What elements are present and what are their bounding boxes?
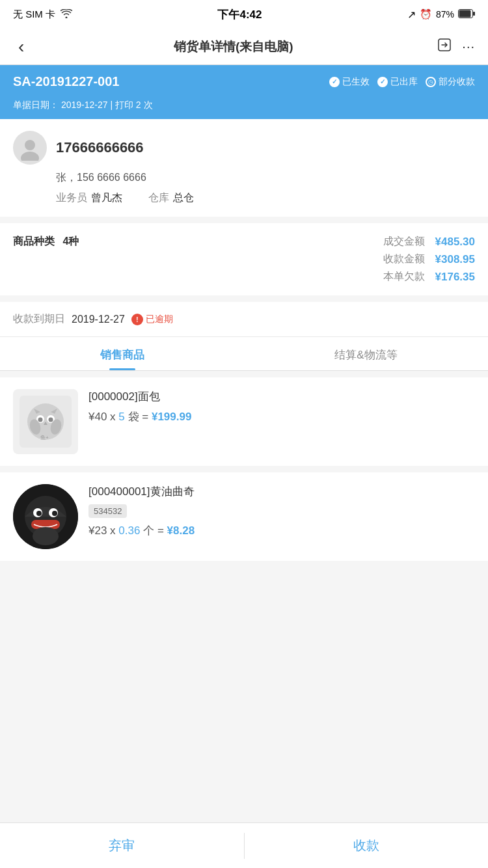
tab-products[interactable]: 销售商品 <box>0 337 244 370</box>
nav-actions: ··· <box>437 38 475 55</box>
bread-image-placeholder: 鱼+ <box>20 396 72 448</box>
customer-meta: 业务员 曾凡杰 仓库 总仓 <box>13 191 475 205</box>
deal-amount-row: 成交金额 ¥485.30 <box>383 235 475 249</box>
bottom-bar: 弃审 收款 <box>0 822 488 868</box>
cancel-button[interactable]: 弃审 <box>0 826 244 865</box>
share-button[interactable] <box>437 38 452 55</box>
product-sku-badge: 534532 <box>88 504 127 518</box>
due-label: 收款到期日 <box>13 312 65 326</box>
received-amount-row: 收款金额 ¥308.95 <box>383 252 475 266</box>
product-name-1: [0000002]面包 <box>88 389 475 404</box>
status-badge-partial: ◷ 部分收款 <box>426 76 475 88</box>
header-banner: SA-20191227-001 已生效 已出库 ◷ 部分收款 单据日期： 201… <box>0 65 488 119</box>
tabs-section: 销售商品 结算&物流等 <box>0 337 488 371</box>
product-type-count: 商品种类 4种 <box>13 235 79 249</box>
svg-rect-1 <box>459 10 470 17</box>
stats-section: 商品种类 4种 成交金额 ¥485.30 收款金额 ¥308.95 本单欠款 ¥… <box>0 223 488 295</box>
due-date: 2019-12-27 <box>72 314 125 325</box>
order-id: SA-20191227-001 <box>13 74 119 89</box>
overdue-icon: ! <box>131 314 143 325</box>
product-price-1: ¥40 x 5 袋 = ¥199.99 <box>88 409 475 424</box>
status-left: 无 SIM 卡 <box>13 8 72 21</box>
more-button[interactable]: ··· <box>462 39 475 54</box>
customer-top: 17666666666 <box>13 131 475 165</box>
carrier-label: 无 SIM 卡 <box>13 8 55 21</box>
battery-percentage: 87% <box>436 9 454 20</box>
svg-point-10 <box>49 418 53 422</box>
product-info-2: [000400001]黄油曲奇 534532 ¥23 x 0.36 个 = ¥8… <box>88 484 475 538</box>
product-thumb-1: 鱼+ <box>13 389 78 454</box>
product-item: 鱼+ [0000002]面包 ¥40 x 5 袋 = ¥199.99 <box>0 377 488 466</box>
warehouse-info: 仓库 总仓 <box>148 191 194 205</box>
stats-left: 商品种类 4种 <box>13 235 79 251</box>
svg-point-4 <box>25 140 35 150</box>
product-price-2: ¥23 x 0.36 个 = ¥8.28 <box>88 523 475 538</box>
product-item: [000400001]黄油曲奇 534532 ¥23 x 0.36 个 = ¥8… <box>0 472 488 561</box>
due-section: 收款到期日 2019-12-27 ! 已逾期 <box>0 302 488 337</box>
clock-icon: ◷ <box>426 77 436 87</box>
status-badge-shipped: 已出库 <box>377 76 418 88</box>
product-thumb-2 <box>13 484 78 549</box>
product-info-1: [0000002]面包 ¥40 x 5 袋 = ¥199.99 <box>88 389 475 424</box>
sales-info: 业务员 曾凡杰 <box>56 191 122 205</box>
svg-rect-2 <box>473 12 475 16</box>
avatar <box>13 131 47 165</box>
svg-point-9 <box>38 418 43 422</box>
nav-bar: ‹ 销货单详情(来自电脑) ··· <box>0 29 488 65</box>
svg-point-5 <box>21 152 39 161</box>
stats-right: 成交金额 ¥485.30 收款金额 ¥308.95 本单欠款 ¥176.35 <box>383 235 475 284</box>
customer-id: 17666666666 <box>56 139 144 156</box>
product-list: 鱼+ [0000002]面包 ¥40 x 5 袋 = ¥199.99 <box>0 377 488 561</box>
alarm-icon: ⏰ <box>420 8 432 20</box>
svg-point-21 <box>36 511 42 516</box>
svg-point-22 <box>52 511 57 516</box>
product-name-2: [000400001]黄油曲奇 <box>88 484 475 499</box>
order-date-line: 单据日期： 2019-12-27 | 打印 2 次 <box>13 100 475 111</box>
wifi-icon <box>61 9 72 20</box>
overdue-badge: ! 已逾期 <box>131 314 173 325</box>
svg-text:鱼+: 鱼+ <box>40 435 49 441</box>
svg-point-24 <box>33 527 59 545</box>
page-title: 销货单详情(来自电脑) <box>174 38 293 55</box>
debt-amount-row: 本单欠款 ¥176.35 <box>383 270 475 284</box>
battery-icon <box>458 9 475 20</box>
time-label: 下午4:42 <box>217 7 262 22</box>
customer-phone: 张，156 6666 6666 <box>56 172 146 183</box>
check-icon-2 <box>377 77 388 87</box>
status-badge-effective: 已生效 <box>329 76 370 88</box>
confirm-payment-button[interactable]: 收款 <box>245 826 489 865</box>
check-icon-1 <box>329 77 340 87</box>
tab-settlement[interactable]: 结算&物流等 <box>244 337 488 370</box>
customer-name-line: 张，156 6666 6666 <box>13 171 475 185</box>
back-button[interactable]: ‹ <box>13 33 29 61</box>
location-icon: ↗ <box>407 8 416 21</box>
customer-section: 17666666666 张，156 6666 6666 业务员 曾凡杰 仓库 总… <box>0 119 488 217</box>
status-bar: 无 SIM 卡 下午4:42 ↗ ⏰ 87% <box>0 0 488 29</box>
status-right: ↗ ⏰ 87% <box>407 8 475 21</box>
